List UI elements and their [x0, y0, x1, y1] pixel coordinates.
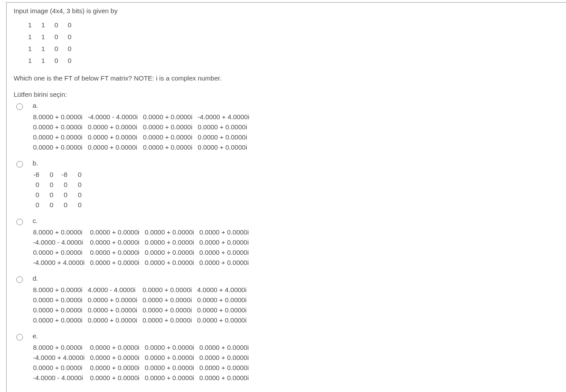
ft-cell: -4.0000 + 4.0000i — [197, 113, 250, 121]
radio-icon[interactable] — [16, 219, 23, 225]
radio-icon[interactable] — [16, 334, 23, 341]
option-d-matrix: 8.0000 + 0.0000i 4.0000 - 4.0000i 0.0000… — [28, 284, 252, 326]
ft-cell: -4.0000 - 4.0000i — [33, 374, 85, 382]
ft-cell: 0 — [61, 180, 68, 189]
matrix-cell: 1 — [25, 21, 32, 29]
option-body: d. 8.0000 + 0.0000i 4.0000 - 4.0000i 0.0… — [33, 275, 566, 326]
ft-cell: 0.0000 + 0.0000i — [199, 363, 249, 372]
ft-cell: 0.0000 + 0.0000i — [87, 123, 138, 131]
ft-cell: 0.0000 + 0.0000i — [33, 306, 83, 314]
matrix-cell: 0 — [65, 56, 72, 65]
ft-cell: 0 — [47, 170, 54, 179]
ft-cell: 0.0000 + 0.0000i — [144, 258, 194, 267]
option-body: b. -8 0 -8 0 0 0 0 0 0 0 0 0 — [33, 159, 566, 211]
option-letter: d. — [33, 275, 566, 282]
ft-cell: 0.0000 + 0.0000i — [89, 258, 140, 267]
ft-cell: 0 — [47, 191, 54, 199]
matrix-cell: 0 — [52, 56, 59, 65]
ft-cell: 0.0000 + 0.0000i — [33, 248, 85, 256]
radio-icon[interactable] — [16, 161, 23, 168]
ft-cell: -4.0000 - 4.0000i — [87, 113, 138, 121]
ft-cell: 0.0000 + 0.0000i — [33, 296, 83, 304]
ft-cell: 0.0000 + 0.0000i — [144, 238, 194, 246]
input-matrix: 1 1 0 0 1 1 0 0 1 1 0 0 1 1 0 0 — [19, 17, 78, 68]
ft-cell: 0.0000 + 0.0000i — [87, 306, 137, 314]
ft-cell: 0.0000 + 0.0000i — [199, 228, 249, 236]
option-a-matrix: 8.0000 + 0.0000i -4.0000 - 4.0000i 0.000… — [28, 111, 254, 153]
ft-cell: 4.0000 - 4.0000i — [87, 286, 137, 294]
ft-cell: -8 — [61, 170, 68, 179]
ft-cell: 0.0000 + 0.0000i — [144, 374, 194, 382]
ft-cell: 0.0000 + 0.0000i — [89, 228, 140, 236]
ft-cell: 0.0000 + 0.0000i — [199, 248, 249, 256]
ft-cell: 0.0000 + 0.0000i — [197, 123, 250, 131]
ft-cell: 0.0000 + 0.0000i — [143, 143, 193, 151]
matrix-cell: 0 — [52, 44, 59, 53]
matrix-cell: 0 — [65, 44, 72, 53]
ft-cell: 0 — [47, 180, 54, 189]
question-container: Input image (4x4, 3 bits) is given by 1 … — [6, 2, 566, 392]
ft-cell: 8.0000 + 0.0000i — [33, 286, 83, 294]
radio-icon[interactable] — [16, 103, 23, 110]
question-intro: Input image (4x4, 3 bits) is given by — [14, 7, 566, 15]
matrix-cell: 0 — [65, 33, 72, 41]
ft-cell: 0.0000 + 0.0000i — [33, 316, 83, 324]
option-d[interactable]: d. 8.0000 + 0.0000i 4.0000 - 4.0000i 0.0… — [14, 275, 566, 326]
ft-cell: -8 — [33, 170, 40, 179]
question-note: Which one is the FT of below FT matrix? … — [14, 74, 566, 82]
ft-cell: 0.0000 + 0.0000i — [33, 143, 83, 151]
option-body: c. 8.0000 + 0.0000i 0.0000 + 0.0000i 0.0… — [33, 217, 566, 268]
ft-cell: 0.0000 + 0.0000i — [199, 353, 249, 362]
ft-cell: 0.0000 + 0.0000i — [197, 296, 247, 304]
ft-cell: 0 — [33, 201, 40, 209]
ft-cell: 0 — [61, 201, 68, 209]
option-e[interactable]: e. 8.0000 + 0.0000i 0.0000 + 0.0000i 0.0… — [14, 332, 566, 384]
matrix-cell: 1 — [25, 44, 32, 53]
ft-cell: 0.0000 + 0.0000i — [199, 258, 249, 267]
ft-cell: 0 — [61, 191, 68, 199]
option-letter: c. — [33, 217, 566, 224]
ft-cell: 0 — [75, 201, 82, 209]
matrix-cell: 1 — [38, 56, 45, 65]
option-body: e. 8.0000 + 0.0000i 0.0000 + 0.0000i 0.0… — [33, 332, 566, 384]
ft-cell: 0.0000 + 0.0000i — [197, 306, 247, 314]
matrix-cell: 1 — [38, 44, 45, 53]
ft-cell: 0 — [33, 191, 40, 199]
ft-cell: 0.0000 + 0.0000i — [143, 133, 193, 141]
ft-cell: 0.0000 + 0.0000i — [142, 316, 192, 324]
ft-cell: 0.0000 + 0.0000i — [89, 238, 140, 246]
matrix-cell: 1 — [25, 33, 32, 41]
ft-cell: 0.0000 + 0.0000i — [142, 306, 192, 314]
ft-cell: -4.0000 + 4.0000i — [33, 258, 85, 267]
option-letter: b. — [33, 159, 566, 167]
ft-cell: -4.0000 + 4.0000i — [33, 353, 85, 362]
ft-cell: 0.0000 + 0.0000i — [87, 143, 138, 151]
ft-cell: 0.0000 + 0.0000i — [197, 133, 250, 141]
option-c[interactable]: c. 8.0000 + 0.0000i 0.0000 + 0.0000i 0.0… — [14, 217, 566, 268]
ft-cell: 0.0000 + 0.0000i — [197, 143, 250, 151]
ft-cell: 0 — [75, 191, 82, 199]
ft-cell: 0.0000 + 0.0000i — [144, 363, 194, 372]
option-body: a. 8.0000 + 0.0000i -4.0000 - 4.0000i 0.… — [33, 102, 566, 153]
option-b[interactable]: b. -8 0 -8 0 0 0 0 0 0 0 0 0 — [14, 159, 566, 211]
ft-cell: 0.0000 + 0.0000i — [89, 248, 140, 256]
ft-cell: 0.0000 + 0.0000i — [33, 123, 83, 131]
ft-cell: -4.0000 - 4.0000i — [33, 238, 85, 246]
ft-cell: 0.0000 + 0.0000i — [33, 363, 85, 372]
matrix-cell: 0 — [65, 21, 72, 29]
ft-cell: 8.0000 + 0.0000i — [33, 343, 85, 352]
option-e-matrix: 8.0000 + 0.0000i 0.0000 + 0.0000i 0.0000… — [28, 341, 254, 384]
ft-cell: 0 — [47, 201, 54, 209]
ft-cell: 0.0000 + 0.0000i — [197, 316, 247, 324]
radio-icon[interactable] — [16, 276, 23, 283]
matrix-cell: 1 — [25, 56, 32, 65]
option-a[interactable]: a. 8.0000 + 0.0000i -4.0000 - 4.0000i 0.… — [14, 102, 566, 153]
matrix-cell: 0 — [52, 33, 59, 41]
ft-cell: 8.0000 + 0.0000i — [33, 228, 85, 236]
ft-cell: 0.0000 + 0.0000i — [142, 286, 192, 294]
ft-cell: 0.0000 + 0.0000i — [89, 374, 140, 382]
ft-cell: 0.0000 + 0.0000i — [89, 343, 140, 352]
matrix-cell: 1 — [38, 33, 45, 41]
option-letter: a. — [33, 102, 566, 109]
ft-cell: 0.0000 + 0.0000i — [144, 343, 194, 352]
